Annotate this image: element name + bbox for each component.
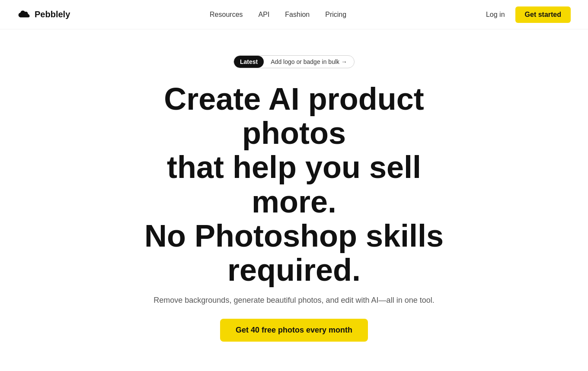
hero-title-line1: Create AI product photos bbox=[164, 82, 424, 150]
hero-title-line3: No Photoshop skills required. bbox=[144, 219, 444, 287]
cloud-icon bbox=[17, 10, 31, 19]
brand-name: Pebblely bbox=[35, 10, 70, 19]
navbar: Pebblely Resources API Fashion Pricing L… bbox=[0, 0, 588, 29]
login-button[interactable]: Log in bbox=[486, 11, 505, 19]
badge-link-label[interactable]: Add logo or badge in bulk → bbox=[264, 56, 354, 68]
nav-pricing[interactable]: Pricing bbox=[325, 11, 346, 19]
hero-title-line2: that help you sell more. bbox=[167, 150, 421, 219]
get-started-button[interactable]: Get started bbox=[515, 6, 571, 23]
nav-resources[interactable]: Resources bbox=[210, 11, 243, 19]
hero-title: Create AI product photos that help you s… bbox=[121, 82, 467, 287]
nav-links: Resources API Fashion Pricing bbox=[210, 11, 346, 19]
nav-cta: Log in Get started bbox=[486, 6, 571, 23]
hero-subtitle: Remove backgrounds, generate beautiful p… bbox=[9, 296, 579, 305]
nav-fashion[interactable]: Fashion bbox=[285, 11, 310, 19]
nav-api[interactable]: API bbox=[259, 11, 270, 19]
hero-section: Latest Add logo or badge in bulk → Creat… bbox=[0, 29, 588, 359]
badge-latest-label: Latest bbox=[234, 56, 264, 68]
cta-main-button[interactable]: Get 40 free photos every month bbox=[220, 319, 368, 342]
hero-badge[interactable]: Latest Add logo or badge in bulk → bbox=[233, 55, 355, 68]
logo-link[interactable]: Pebblely bbox=[17, 10, 70, 19]
